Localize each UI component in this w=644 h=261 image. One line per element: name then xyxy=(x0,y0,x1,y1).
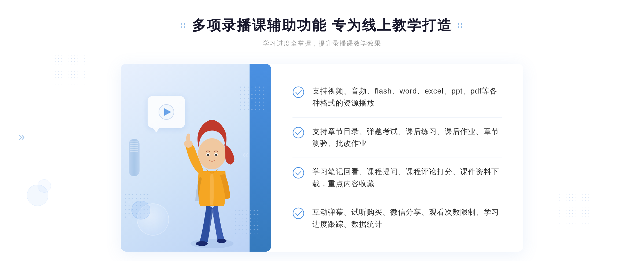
title-dots-left: ⁞⁞ xyxy=(181,21,186,30)
svg-point-3 xyxy=(196,241,208,246)
person-svg xyxy=(172,112,252,252)
light-circle-decoration-2 xyxy=(38,179,51,193)
svg-point-7 xyxy=(198,138,226,169)
cylinder-line xyxy=(130,145,138,146)
cylinder-line xyxy=(130,141,138,142)
content-area: « xyxy=(121,64,523,252)
cylinder-line xyxy=(130,149,138,150)
check-circle-icon-2 xyxy=(292,127,304,139)
person-figure xyxy=(172,112,252,252)
svg-point-4 xyxy=(217,239,226,243)
feature-text-3: 学习笔记回看、课程提问、课程评论打分、课件资料下载，重点内容收藏 xyxy=(312,166,502,190)
check-circle-icon-4 xyxy=(292,207,304,219)
svg-point-5 xyxy=(184,140,193,148)
title-row: ⁞⁞ 多项录播课辅助功能 专为线上教学打造 ⁞⁞ xyxy=(181,16,463,35)
check-circle-icon-3 xyxy=(292,167,304,179)
feature-item-4: 互动弹幕、试听购买、微信分享、观看次数限制、学习进度跟踪、数据统计 xyxy=(292,198,502,238)
header-section: ⁞⁞ 多项录播课辅助功能 专为线上教学打造 ⁞⁞ 学习进度全掌握，提升录播课教学… xyxy=(181,16,463,48)
feature-item-3: 学习笔记回看、课程提问、课程评论打分、课件资料下载，重点内容收藏 xyxy=(292,158,502,198)
deco-circle-2 xyxy=(131,201,150,219)
svg-point-13 xyxy=(293,127,304,138)
dots-decoration-left-top xyxy=(54,54,86,86)
features-panel: 支持视频、音频、flash、word、excel、ppt、pdf等各种格式的资源… xyxy=(271,64,523,252)
svg-point-14 xyxy=(293,167,304,178)
svg-point-10 xyxy=(207,154,209,156)
svg-point-15 xyxy=(293,208,304,219)
feature-text-1: 支持视频、音频、flash、word、excel、ppt、pdf等各种格式的资源… xyxy=(312,85,502,109)
svg-point-12 xyxy=(293,87,304,98)
feature-text-2: 支持章节目录、弹题考试、课后练习、课后作业、章节测验、批改作业 xyxy=(312,126,502,150)
cylinder-line xyxy=(130,147,138,148)
illus-dots-1 xyxy=(239,85,266,112)
cylinder-line xyxy=(130,143,138,144)
check-circle-icon-1 xyxy=(292,86,304,98)
illustration-panel: « xyxy=(121,64,271,252)
feature-text-4: 互动弹幕、试听购买、微信分享、观看次数限制、学习进度跟踪、数据统计 xyxy=(312,206,502,230)
svg-point-11 xyxy=(215,154,217,156)
feature-item-1: 支持视频、音频、flash、word、excel、ppt、pdf等各种格式的资源… xyxy=(292,77,502,118)
subtitle: 学习进度全掌握，提升录播课教学效果 xyxy=(181,39,463,48)
arrow-left-decoration: » xyxy=(19,130,23,143)
dots-decoration-right-bottom xyxy=(558,193,590,225)
main-title: 多项录播课辅助功能 专为线上教学打造 xyxy=(192,16,452,35)
title-dots-right: ⁞⁞ xyxy=(458,21,463,30)
cylinder-line xyxy=(130,151,138,152)
page-wrapper: » ⁞⁞ 多项录播课辅助功能 专为线上教学打造 ⁞⁞ 学习进度全掌握，提升录播课… xyxy=(0,0,644,261)
feature-item-2: 支持章节目录、弹题考试、课后练习、课后作业、章节测验、批改作业 xyxy=(292,118,502,158)
cylinder-decoration xyxy=(129,139,140,176)
